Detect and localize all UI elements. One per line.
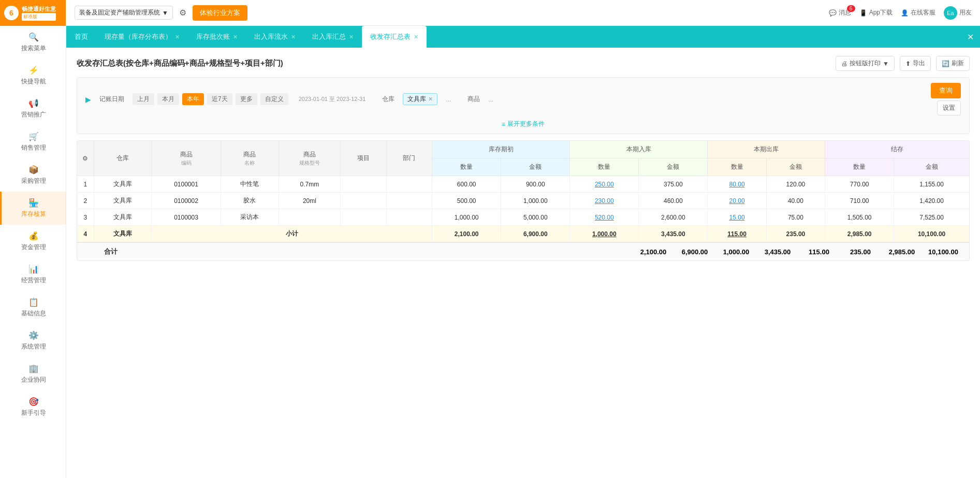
user-avatar: Ea — [944, 6, 957, 20]
row-out-qty[interactable]: 20.00 — [708, 193, 766, 209]
sidebar-item-operation[interactable]: 📊经营管理 — [0, 258, 66, 291]
footer-in-qty: 1,000.00 — [715, 248, 757, 256]
purchase-icon: 📦 — [28, 165, 39, 175]
tab-inout_flow[interactable]: 出入库流水✕ — [246, 26, 304, 48]
date-btn-本月[interactable]: 本月 — [157, 93, 179, 105]
th-name: 商品名称 — [221, 141, 279, 176]
sidebar-item-label: 经营管理 — [21, 276, 46, 285]
tab-close-icon[interactable]: ✕ — [175, 34, 180, 40]
export-btn[interactable]: ⬆ 导出 — [900, 56, 931, 71]
refresh-icon: 🔄 — [942, 60, 949, 67]
tab-close-icon[interactable]: ✕ — [233, 34, 238, 40]
message-icon: 💬 — [829, 9, 837, 17]
warehouse-more[interactable]: ... — [446, 96, 451, 103]
tab-close-icon[interactable]: ✕ — [414, 34, 418, 40]
th-in-amt: 金额 — [639, 158, 708, 176]
filter-toggle-icon[interactable]: ▶ — [85, 95, 91, 104]
user-btn[interactable]: Ea 用友 — [944, 6, 972, 20]
date-filter-options: 上月本月本年近7天更多自定义 — [133, 93, 288, 105]
sidebar-item-enterprise[interactable]: 🏢企业协同 — [0, 357, 66, 390]
tab-stock[interactable]: 现存量（库存分布表）✕ — [96, 26, 188, 48]
th-balance-group: 结存 — [825, 141, 969, 158]
row-out-qty[interactable]: 80.00 — [708, 176, 766, 193]
filter-settings-btn[interactable]: 设置 — [937, 100, 961, 115]
print-btn[interactable]: 🖨 按钮版打印 ▼ — [836, 56, 895, 71]
guide-icon: 🎯 — [28, 397, 39, 407]
message-btn[interactable]: 💬 消息 6 — [829, 8, 851, 17]
row-project — [341, 193, 386, 209]
refresh-btn[interactable]: 🔄 刷新 — [936, 56, 970, 71]
th-out-amt: 金额 — [766, 158, 825, 176]
expand-btn[interactable]: ≡ 展开更多条件 — [502, 120, 545, 128]
warehouse-tag: 文具库 ✕ — [403, 93, 437, 105]
tab-inout_summary[interactable]: 出入库汇总✕ — [304, 26, 362, 48]
row-out-amt: 120.00 — [766, 176, 825, 193]
system-selector[interactable]: 装备及固定资产辅助管理系统 ▼ — [75, 6, 173, 20]
row-num: 3 — [77, 209, 94, 226]
app-download-label: App下载 — [869, 8, 893, 17]
subtotal-in-qty[interactable]: 1,000.00 — [570, 226, 639, 242]
tab-batch[interactable]: 库存批次账✕ — [188, 26, 246, 48]
th-code: 商品编码 — [152, 141, 221, 176]
table-row: 1 文具库 0100001 中性笔 0.7mm 600.00 900.00 25… — [77, 176, 969, 193]
th-spec: 商品规格型号 — [279, 141, 341, 176]
sidebar-item-search[interactable]: 🔍搜索菜单 — [0, 26, 66, 59]
date-btn-更多[interactable]: 更多 — [236, 93, 257, 105]
settings-icon[interactable]: ⚙ — [179, 8, 186, 18]
sidebar-item-finance[interactable]: 💰资金管理 — [0, 225, 66, 258]
row-out-amt: 40.00 — [766, 193, 825, 209]
sidebar-item-guide[interactable]: 🎯新手引导 — [0, 390, 66, 424]
product-more[interactable]: ... — [488, 96, 493, 103]
message-badge: 6 — [847, 5, 855, 12]
experience-btn[interactable]: 体验行业方案 — [193, 5, 247, 21]
row-in-qty[interactable]: 230.00 — [570, 193, 639, 209]
tab-close-icon[interactable]: ✕ — [291, 34, 296, 40]
row-project — [341, 209, 386, 226]
sidebar-item-label: 营销推广 — [21, 110, 46, 119]
row-project — [341, 176, 386, 193]
row-spec: 20ml — [279, 193, 341, 209]
footer-balance-qty: 2,985.00 — [881, 248, 923, 256]
page-title: 收发存汇总表(按仓库+商品编码+商品+规格型号+项目+部门) — [77, 59, 283, 68]
row-balance-qty: 1,505.00 — [825, 209, 894, 226]
chevron-down-icon2: ▼ — [883, 60, 889, 67]
subtotal-out-qty[interactable]: 115.00 — [708, 226, 766, 242]
th-out-group: 本期出库 — [708, 141, 825, 158]
date-btn-自定义[interactable]: 自定义 — [260, 93, 288, 105]
service-icon: 👤 — [901, 9, 909, 17]
date-btn-本年[interactable]: 本年 — [182, 93, 204, 105]
filter-bar: ▶ 记账日期 上月本月本年近7天更多自定义 2023-01-01 至 2023-… — [77, 77, 970, 134]
row-in-qty[interactable]: 250.00 — [570, 176, 639, 193]
sidebar-item-label: 销售管理 — [21, 143, 46, 152]
app-download-btn[interactable]: 📱 App下载 — [859, 8, 893, 17]
expand-row: ≡ 展开更多条件 — [85, 120, 961, 128]
sidebar-item-marketing[interactable]: 📢营销推广 — [0, 92, 66, 125]
tabbar-close-btn[interactable]: ✕ — [961, 32, 980, 42]
tab-close-icon[interactable]: ✕ — [349, 34, 354, 40]
date-btn-上月[interactable]: 上月 — [133, 93, 154, 105]
query-btn[interactable]: 查询 — [931, 83, 961, 98]
sidebar-item-system[interactable]: ⚙️系统管理 — [0, 324, 66, 357]
footer-values: 2,100.00 6,900.00 1,000.00 3,435.00 115.… — [202, 248, 964, 256]
row-out-qty[interactable]: 15.00 — [708, 209, 766, 226]
row-in-qty[interactable]: 520.00 — [570, 209, 639, 226]
sidebar-item-basic[interactable]: 📋基础信息 — [0, 291, 66, 324]
sidebar-item-quick[interactable]: ⚡快捷导航 — [0, 59, 66, 92]
subtotal-opening-qty: 2,100.00 — [432, 226, 501, 242]
row-balance-amt: 1,420.00 — [894, 193, 969, 209]
th-warehouse: 仓库 — [94, 141, 152, 176]
sidebar-item-sales[interactable]: 🛒销售管理 — [0, 125, 66, 158]
sidebar-item-inventory[interactable]: 🏪库存核算 — [0, 192, 66, 225]
table-footer: 合计 2,100.00 6,900.00 1,000.00 3,435.00 1… — [77, 242, 969, 260]
quick-icon: ⚡ — [28, 65, 39, 75]
online-service-btn[interactable]: 👤 在线客服 — [901, 8, 935, 17]
th-settings[interactable]: ⚙ — [77, 141, 94, 176]
date-btn-近7天[interactable]: 近7天 — [207, 93, 232, 105]
row-in-amt: 460.00 — [639, 193, 708, 209]
warehouse-tag-close[interactable]: ✕ — [428, 96, 433, 103]
tab-home[interactable]: 首页 — [66, 26, 96, 48]
sidebar-item-purchase[interactable]: 📦采购管理 — [0, 158, 66, 192]
tab-recv_send[interactable]: 收发存汇总表✕ — [362, 26, 427, 48]
sidebar-item-label: 快捷导航 — [21, 77, 46, 86]
search-icon: 🔍 — [28, 32, 39, 42]
